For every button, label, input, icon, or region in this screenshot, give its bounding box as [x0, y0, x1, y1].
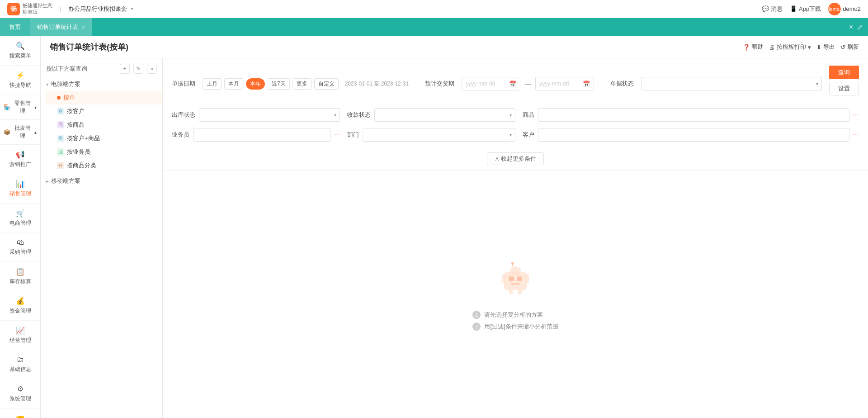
query-button[interactable]: 查询: [829, 66, 859, 79]
tree-parent-mobile[interactable]: ▸ 移动端方案: [41, 174, 162, 188]
quick-nav-icon: ⚡: [16, 71, 25, 80]
payment-status-select[interactable]: [374, 108, 515, 122]
date-separator: —: [525, 81, 531, 87]
sidebar-item-search[interactable]: 🔍 搜索菜单: [0, 36, 40, 66]
tab-active[interactable]: 销售订单统计表 ×: [30, 18, 92, 36]
avatar-image: demo2: [828, 3, 841, 15]
tree-icon-customer-product: 客: [57, 135, 64, 142]
page-header: 销售订单统计表(按单) ❓ 帮助 🖨 按模板打印 ▾ ⬇ 导出 ↺ 刷新: [41, 36, 868, 58]
sidebar-item-system[interactable]: ⚙ 系统管理: [0, 379, 40, 408]
svg-rect-2: [517, 276, 522, 281]
empty-hint-2: 2 用[过滤]条件来缩小分析范围: [472, 323, 558, 331]
title-dropdown-icon[interactable]: ▾: [131, 6, 133, 12]
help-icon: ❓: [743, 44, 750, 51]
print-button[interactable]: 🖨 按模板打印 ▾: [769, 43, 811, 51]
tree-item-by-product[interactable]: 商 按商品: [46, 118, 162, 132]
product-input[interactable]: [542, 112, 845, 119]
tab-minimize-icon[interactable]: ×: [849, 23, 853, 31]
tree-parent-desktop[interactable]: ▾ 电脑端方案: [41, 77, 162, 91]
left-panel-title: 按以下方案查询: [46, 65, 87, 73]
sidebar-item-quick-nav[interactable]: ⚡ 快捷导航: [0, 66, 40, 95]
salesperson-more-icon[interactable]: ···: [334, 131, 340, 139]
tab-maximize-icon[interactable]: ⤢: [857, 23, 863, 32]
svg-rect-3: [511, 283, 520, 285]
customer-input[interactable]: [542, 132, 845, 138]
user-avatar[interactable]: demo2 demo2: [828, 3, 861, 15]
basics-icon: 🗂: [17, 356, 24, 364]
tree-icon-category: 分: [57, 162, 64, 169]
help-button[interactable]: ❓ 帮助: [743, 43, 764, 51]
sidebar-item-inventory[interactable]: 📋 库存核算: [0, 262, 40, 291]
customer-label: 客户: [523, 131, 534, 139]
empty-state: 1 请先选择要分析的方案 2 用[过滤]条件来缩小分析范围: [163, 171, 868, 418]
department-field: 部门 ▾: [347, 128, 515, 142]
date-btn-custom[interactable]: 自定义: [314, 78, 339, 90]
empty-hint-1: 1 请先选择要分析的方案: [472, 311, 558, 319]
tab-home[interactable]: 首页: [0, 18, 30, 36]
collapse-panel-icon[interactable]: «: [147, 64, 157, 74]
collapse-button[interactable]: ∧ 收起更多条件: [487, 152, 544, 165]
ship-status-select[interactable]: [199, 108, 340, 122]
salesperson-input-wrap: [193, 128, 330, 142]
tree-icon-customer: 客: [57, 108, 64, 115]
sidebar-item-ecommerce[interactable]: 🛒 电商管理: [0, 204, 40, 233]
export-button[interactable]: ⬇ 导出: [816, 43, 835, 51]
date-btn-this-year[interactable]: 本年: [246, 78, 265, 90]
sidebar-item-retail[interactable]: 🏪 零售管理 ▾: [0, 95, 40, 119]
date-btn-more[interactable]: 更多: [292, 78, 311, 90]
sidebar-item-purchase[interactable]: 🛍 采购管理: [0, 233, 40, 262]
sidebar-item-collab[interactable]: 🤝 企业协同: [0, 408, 40, 418]
settings-button[interactable]: 设置: [829, 82, 859, 95]
product-more-icon[interactable]: ···: [853, 111, 859, 119]
tree-item-by-order[interactable]: 按单: [46, 91, 162, 104]
sidebar-item-operations[interactable]: 📈 经营管理: [0, 321, 40, 350]
app-download-button[interactable]: 📱 App下载: [790, 5, 821, 13]
tree-icon-product: 商: [57, 121, 64, 128]
date-btn-this-month[interactable]: 本月: [224, 78, 243, 90]
tree-item-by-salesperson[interactable]: 业 按业务员: [46, 145, 162, 159]
ship-status-label: 出库状态: [172, 111, 195, 119]
payment-status-field: 收款状态 ▾: [347, 108, 515, 122]
tree-item-by-customer[interactable]: 客 按客户: [46, 104, 162, 118]
sidebar-item-wholesale[interactable]: 📦 批发管理 ▴: [0, 120, 40, 144]
date-btn-last-month[interactable]: 上月: [203, 78, 222, 90]
sidebar-item-marketing[interactable]: 📢 营销推广: [0, 145, 40, 174]
status-select[interactable]: [641, 77, 822, 90]
message-icon: 💬: [762, 5, 769, 12]
export-icon: ⬇: [816, 44, 821, 51]
salesperson-label: 业务员: [172, 131, 189, 139]
department-label: 部门: [347, 131, 359, 139]
salesperson-input[interactable]: [197, 132, 326, 138]
wholesale-icon: 📦: [4, 129, 10, 135]
customer-more-icon[interactable]: ···: [853, 131, 859, 139]
salesperson-field: 业务员 ···: [172, 128, 340, 142]
add-scheme-icon[interactable]: +: [120, 64, 130, 74]
collab-icon: 🤝: [16, 414, 25, 418]
tree-expand-icon: ▾: [46, 82, 48, 87]
sidebar-item-sales[interactable]: 📊 销售管理: [0, 174, 40, 204]
empty-hints: 1 请先选择要分析的方案 2 用[过滤]条件来缩小分析范围: [472, 311, 558, 331]
customer-input-wrap: [538, 128, 849, 142]
delivery-date-start[interactable]: yyyy-mm-dd 📅: [462, 77, 520, 90]
tree-item-by-customer-product[interactable]: 客 按客户+商品: [46, 132, 162, 145]
sidebar-item-finance[interactable]: 💰 资金管理: [0, 291, 40, 321]
svg-point-10: [511, 262, 514, 265]
department-select[interactable]: [363, 128, 515, 142]
print-dropdown-icon[interactable]: ▾: [808, 44, 811, 51]
calendar-end-icon: 📅: [583, 81, 590, 87]
refresh-button[interactable]: ↺ 刷新: [840, 43, 859, 51]
delivery-date-end[interactable]: yyyy-mm-dd 📅: [535, 77, 594, 90]
date-btn-7days[interactable]: 近7天: [268, 78, 290, 90]
delivery-date-range: yyyy-mm-dd 📅 — yyyy-mm-dd 📅: [462, 77, 594, 90]
sidebar-item-basics[interactable]: 🗂 基础信息: [0, 350, 40, 379]
tree-item-by-category[interactable]: 分 按商品分类: [46, 159, 162, 172]
messages-button[interactable]: 💬 消息: [762, 5, 783, 13]
filter-row-3: 业务员 ··· 部门 ▾: [172, 128, 859, 142]
department-select-wrap: ▾: [363, 128, 515, 142]
tab-close-icon[interactable]: ×: [82, 24, 85, 30]
tab-bar-actions: × ⤢: [849, 23, 868, 32]
empty-illustration: [493, 258, 538, 304]
hint-num-2: 2: [472, 323, 481, 331]
calendar-start-icon: 📅: [509, 81, 516, 87]
edit-scheme-icon[interactable]: ✎: [133, 64, 143, 74]
